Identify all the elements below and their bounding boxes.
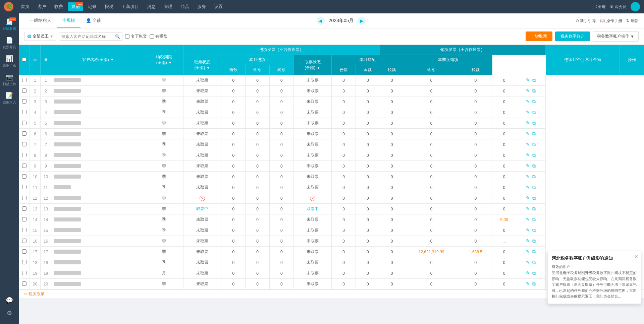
th-customer-name[interactable]: 客户名称(全部) ▼ — [51, 45, 145, 75]
copy-btn[interactable]: ⧉ — [532, 87, 536, 94]
copy-btn[interactable]: ⧉ — [532, 195, 536, 202]
edit-btn[interactable]: ✎ — [525, 87, 531, 94]
edit-btn[interactable]: ✎ — [525, 77, 531, 83]
tab-small-scale[interactable]: 小规模 — [57, 13, 80, 28]
edit-btn[interactable]: ✎ — [525, 259, 531, 266]
nav-tax[interactable]: 报税 — [101, 2, 117, 11]
edit-btn[interactable]: ✎ — [525, 195, 531, 201]
nav-settings[interactable]: 设置 — [211, 2, 226, 11]
copy-btn[interactable]: ⧉ — [532, 216, 536, 223]
row-checkbox[interactable] — [22, 164, 26, 168]
copy-btn[interactable]: ⧉ — [532, 259, 536, 266]
digital-account-ops-btn[interactable]: 税务数字账户操作 ▼ — [593, 31, 639, 42]
checkbox-account[interactable]: 名下帐套 — [125, 34, 147, 39]
nav-invoice[interactable]: 票据 new — [68, 2, 83, 11]
copy-btn[interactable]: ⧉ — [532, 109, 536, 116]
copy-btn[interactable]: ⧉ — [532, 152, 536, 159]
row-checkbox[interactable] — [22, 110, 26, 114]
th-out-status[interactable]: 取票状态(全部) ▼ — [293, 55, 332, 75]
copy-btn[interactable]: ⧉ — [532, 120, 536, 127]
manual-btn[interactable]: 📖 操作手册 — [600, 18, 622, 24]
nav-customer[interactable]: 客户 — [34, 2, 50, 11]
edit-btn[interactable]: ✎ — [525, 184, 531, 191]
edit-btn[interactable]: ✎ — [525, 238, 531, 244]
edit-btn[interactable]: ✎ — [525, 205, 531, 212]
sidebar-item-open-invoice[interactable]: 📄 发票开具 — [1, 35, 17, 52]
edit-btn[interactable]: ✎ — [525, 270, 531, 276]
copy-btn[interactable]: ⧉ — [532, 130, 536, 137]
row-checkbox[interactable] — [22, 131, 26, 136]
sidebar-item-scan[interactable]: 📷 扫描上传 — [1, 71, 17, 88]
nav-message[interactable]: 消息 — [144, 2, 159, 11]
edit-btn[interactable]: ✎ — [525, 173, 531, 180]
copy-btn[interactable]: ⧉ — [532, 98, 536, 105]
edit-btn[interactable]: ✎ — [525, 280, 531, 287]
nav-business[interactable]: 工商项目 — [118, 2, 142, 11]
row-checkbox[interactable] — [22, 142, 26, 146]
edit-btn[interactable]: ✎ — [525, 120, 531, 126]
row-checkbox[interactable] — [22, 281, 26, 286]
nav-operation[interactable]: 经营 — [177, 2, 193, 11]
sidebar-item-entry[interactable]: 📝 票据录入 — [1, 90, 17, 107]
one-click-invoice-btn[interactable]: 一键取票 — [526, 31, 552, 41]
checkbox-account-input[interactable] — [125, 34, 129, 39]
edit-btn[interactable]: ✎ — [525, 141, 531, 148]
row-checkbox[interactable] — [22, 260, 26, 264]
th-in-status[interactable]: 取票状态(全部) ▼ — [183, 55, 221, 75]
next-month-btn[interactable]: ▶ — [358, 17, 366, 25]
nav-billing[interactable]: 收费 — [51, 2, 66, 11]
notification-close-btn[interactable]: ✕ — [634, 254, 638, 259]
row-checkbox[interactable] — [22, 185, 26, 189]
copy-btn[interactable]: ⧉ — [532, 77, 536, 84]
copy-btn[interactable]: ⧉ — [532, 163, 536, 170]
nav-admin[interactable]: 管理 — [160, 2, 176, 11]
prev-month-btn[interactable]: ◀ — [317, 17, 325, 25]
fullscreen-btn[interactable]: ⛶ 全屏 — [593, 4, 606, 10]
edit-btn[interactable]: ✎ — [525, 98, 531, 105]
row-checkbox[interactable] — [22, 78, 26, 82]
th-settings[interactable]: ⚙ — [30, 45, 41, 75]
copy-btn[interactable]: ⧉ — [532, 141, 536, 148]
employee-filter[interactable]: 🌐 全部员工 ▼ — [24, 32, 56, 41]
copy-btn[interactable]: ⧉ — [532, 248, 536, 255]
search-input[interactable] — [61, 34, 115, 39]
copy-btn[interactable]: ⧉ — [532, 227, 536, 234]
row-checkbox[interactable] — [22, 217, 26, 221]
tab-all[interactable]: 👤全能 — [80, 13, 107, 28]
copy-btn[interactable]: ⧉ — [532, 173, 536, 180]
tax-policy-link[interactable]: ⊙ 税务政策 — [24, 291, 45, 297]
edit-btn[interactable]: ✎ — [525, 227, 531, 234]
digital-account-btn[interactable]: 税务数字账户 — [555, 31, 590, 41]
edit-btn[interactable]: ✎ — [525, 152, 531, 158]
search-icon[interactable]: 🔍 — [115, 34, 120, 39]
row-checkbox[interactable] — [22, 174, 26, 179]
edit-btn[interactable]: ✎ — [525, 130, 531, 137]
nav-accounting[interactable]: 记账 — [85, 2, 100, 11]
row-checkbox[interactable] — [22, 196, 26, 200]
copy-btn[interactable]: ⧉ — [532, 280, 536, 287]
edit-btn[interactable]: ✎ — [525, 109, 531, 116]
edit-btn[interactable]: ✎ — [525, 216, 531, 223]
avatar[interactable] — [631, 2, 640, 11]
vip-btn[interactable]: ♛ 购会员 — [610, 4, 627, 10]
copy-btn[interactable]: ⧉ — [532, 270, 536, 277]
copy-btn[interactable]: ⧉ — [532, 205, 536, 212]
checkbox-taxdisk[interactable]: 有税盘 — [150, 34, 167, 39]
row-checkbox[interactable] — [22, 88, 26, 93]
copy-btn[interactable]: ⧉ — [532, 184, 536, 191]
guide-btn[interactable]: ⊙ 新手引导 — [576, 18, 596, 24]
row-checkbox[interactable] — [22, 99, 26, 104]
row-checkbox[interactable] — [22, 239, 26, 243]
edit-btn[interactable]: ✎ — [525, 163, 531, 169]
edit-btn[interactable]: ✎ — [525, 248, 531, 255]
row-checkbox[interactable] — [22, 228, 26, 232]
row-checkbox[interactable] — [22, 206, 26, 211]
sidebar-item-chat[interactable]: 💬 — [1, 295, 17, 306]
tab-general-taxpayer[interactable]: 一般纳税人 — [24, 13, 57, 28]
row-checkbox[interactable] — [22, 271, 26, 275]
copy-btn[interactable]: ⧉ — [532, 238, 536, 245]
select-all-checkbox[interactable] — [22, 57, 26, 62]
sidebar-item-summary[interactable]: 📊 票据汇总 — [1, 53, 17, 70]
row-checkbox[interactable] — [22, 153, 26, 157]
refresh-btn[interactable]: ↻ 刷新 — [626, 18, 639, 24]
